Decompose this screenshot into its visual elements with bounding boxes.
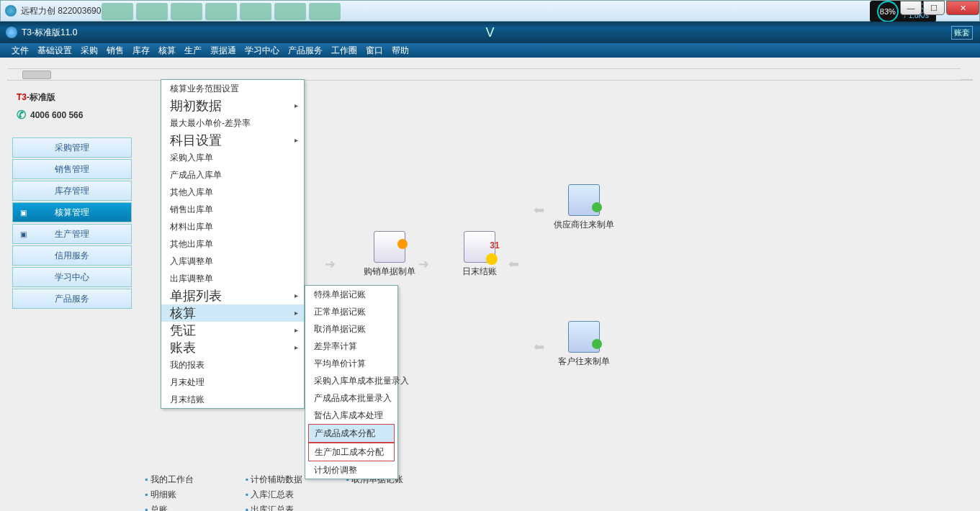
brand-prefix: T3 [17, 92, 27, 102]
menu-product-service[interactable]: 产品服务 [284, 43, 327, 58]
dropdown-accounting-menu: 核算业务范围设置 期初数据 最大最小单价-差异率 科目设置 采购入库单 产成品入… [161, 79, 305, 409]
menubar: 文件 基础设置 采购 销售 库存 核算 生产 票据通 学习中心 产品服务 工作圈… [0, 43, 980, 58]
menuitem-reports[interactable]: 账表 [161, 339, 304, 356]
menu-window[interactable]: 窗口 [361, 43, 387, 58]
flow-label: 供应商往来制单 [541, 219, 627, 231]
menu-inventory[interactable]: 库存 [128, 43, 154, 58]
menuitem-opening-data[interactable]: 期初数据 [161, 97, 304, 114]
account-set-badge[interactable]: 账套 [951, 26, 973, 40]
menu-workgroup[interactable]: 工作圈 [327, 43, 361, 58]
app-title: T3-标准版11.0 [22, 27, 77, 39]
quicklink-general-ledger[interactable]: 总账 [145, 502, 202, 511]
menu-bill[interactable]: 票据通 [206, 43, 240, 58]
quicklink-out-summary[interactable]: 出库汇总表 [246, 502, 303, 511]
support-phone: 4006 600 566 [12, 107, 132, 127]
sidebar-item-accounting[interactable]: 核算管理 [12, 202, 132, 222]
arrow-icon: ➜ [418, 256, 429, 272]
menu-purchase[interactable]: 采购 [76, 43, 102, 58]
card-icon [568, 184, 600, 216]
submenu-special-posting[interactable]: 特殊单据记账 [305, 286, 397, 303]
menuitem-my-reports[interactable]: 我的报表 [161, 356, 304, 374]
os-app-icon [5, 5, 17, 17]
submenu-finished-cost-batch[interactable]: 产成品成本批量录入 [305, 389, 397, 407]
titlebar-vee-icon: V [485, 25, 494, 40]
menuitem-material-out[interactable]: 材料出库单 [161, 218, 304, 235]
menuitem-out-adjust[interactable]: 出库调整单 [161, 270, 304, 287]
quicklink-detail-ledger[interactable]: 明细账 [145, 487, 202, 502]
sidebar-item-credit[interactable]: 信用服务 [12, 245, 132, 266]
quicklink-myworkbench[interactable]: 我的工作台 [145, 472, 202, 487]
phone-icon [17, 108, 26, 122]
menuitem-in-adjust[interactable]: 入库调整单 [161, 253, 304, 270]
submenu-normal-posting[interactable]: 正常单据记账 [305, 303, 397, 320]
os-window-buttons: — ☐ ✕ [899, 1, 979, 15]
submenu-avg-price-calc[interactable]: 平均单价计算 [305, 355, 397, 372]
menuitem-sales-out[interactable]: 销售出库单 [161, 201, 304, 218]
document-icon [374, 231, 405, 263]
work-area: T3-标准版 4006 600 566 采购管理 销售管理 库存管理 核算管理 … [7, 79, 973, 81]
menu-accounting[interactable]: 核算 [154, 43, 180, 58]
arrow-icon: ➜ [325, 256, 336, 272]
scrollbar-thumb[interactable] [22, 71, 51, 79]
card-icon [568, 321, 600, 353]
submenu-production-cost-allocation[interactable]: 生产加工成本分配 [308, 443, 395, 461]
arrow-icon: ⬅ [534, 339, 544, 355]
menuitem-other-in[interactable]: 其他入库单 [161, 184, 304, 201]
menuitem-subject-setting[interactable]: 科目设置 [161, 132, 304, 149]
sidebar-nav: 采购管理 销售管理 库存管理 核算管理 生产管理 信用服务 学习中心 产品服务 [12, 137, 132, 310]
submenu-finished-cost-allocation[interactable]: 产成品成本分配 [308, 424, 395, 443]
background-taskbar [102, 1, 979, 22]
brand-logo: T3-标准版 [12, 84, 132, 107]
menu-sales[interactable]: 销售 [102, 43, 128, 58]
quicklink-in-summary[interactable]: 入库汇总表 [246, 487, 303, 502]
menuitem-scope-setting[interactable]: 核算业务范围设置 [161, 80, 304, 97]
menu-learning[interactable]: 学习中心 [240, 43, 284, 58]
arrow-icon: ⬅ [508, 256, 519, 272]
menuitem-month-end-close[interactable]: 月末结账 [161, 391, 304, 408]
menuitem-other-out[interactable]: 其他出库单 [161, 235, 304, 253]
flow-node-customer-ar[interactable]: 客户往来制单 [541, 321, 627, 368]
menuitem-purchase-in[interactable]: 采购入库单 [161, 149, 304, 166]
menuitem-finished-in[interactable]: 产成品入库单 [161, 166, 304, 184]
menu-production[interactable]: 生产 [180, 43, 206, 58]
menuitem-accounting[interactable]: 核算 [161, 304, 304, 322]
flow-label: 客户往来制单 [541, 356, 627, 368]
menu-basic-settings[interactable]: 基础设置 [33, 43, 76, 58]
sidebar-item-purchase[interactable]: 采购管理 [12, 137, 132, 158]
arrow-icon: ⬅ [534, 202, 544, 218]
app-icon [6, 27, 17, 38]
os-titlebar: 远程力创 822003690 83% 1.4K/s 1.8K/s — ☐ ✕ [0, 0, 980, 22]
app-titlebar: T3-标准版11.0 V 账套 [0, 22, 980, 43]
dropdown-accounting-submenu: 特殊单据记账 正常单据记账 取消单据记账 差异率计算 平均单价计算 采购入库单成… [305, 285, 398, 479]
horizontal-scrollbar[interactable] [8, 68, 961, 80]
brand-suffix: -标准版 [27, 92, 55, 102]
sidebar-item-production[interactable]: 生产管理 [12, 224, 132, 244]
sidebar-item-inventory[interactable]: 库存管理 [12, 181, 132, 201]
menuitem-month-end-process[interactable]: 月末处理 [161, 374, 304, 391]
cpu-ring: 83% [877, 1, 899, 22]
submenu-purchase-cost-batch[interactable]: 采购入库单成本批量录入 [305, 372, 397, 389]
submenu-estimate-cost[interactable]: 暂估入库成本处理 [305, 407, 397, 424]
submenu-cancel-posting[interactable]: 取消单据记账 [305, 320, 397, 338]
menu-help[interactable]: 帮助 [387, 43, 413, 58]
minimize-button[interactable]: — [900, 1, 922, 15]
menu-file[interactable]: 文件 [7, 43, 33, 58]
submenu-plan-price-adjust[interactable]: 计划价调整 [305, 461, 397, 479]
quicklink-pricing-aux[interactable]: 计价辅助数据 [246, 472, 303, 487]
maximize-button[interactable]: ☐ [923, 1, 945, 15]
sidebar-item-product-service[interactable]: 产品服务 [12, 289, 132, 309]
flow-node-supplier-ar[interactable]: 供应商往来制单 [541, 184, 627, 231]
close-button[interactable]: ✕ [946, 1, 979, 15]
brand-box: T3-标准版 4006 600 566 [12, 84, 132, 127]
calendar-icon [464, 231, 495, 263]
sidebar-item-learning[interactable]: 学习中心 [12, 267, 132, 287]
sidebar-item-sales[interactable]: 销售管理 [12, 159, 132, 179]
menuitem-voucher[interactable]: 凭证 [161, 322, 304, 339]
phone-number: 4006 600 566 [30, 110, 83, 120]
submenu-variance-calc[interactable]: 差异率计算 [305, 338, 397, 355]
menuitem-doc-list[interactable]: 单据列表 [161, 287, 304, 304]
os-window-title: 远程力创 822003690 [21, 5, 101, 17]
menuitem-price-variance[interactable]: 最大最小单价-差异率 [161, 114, 304, 132]
